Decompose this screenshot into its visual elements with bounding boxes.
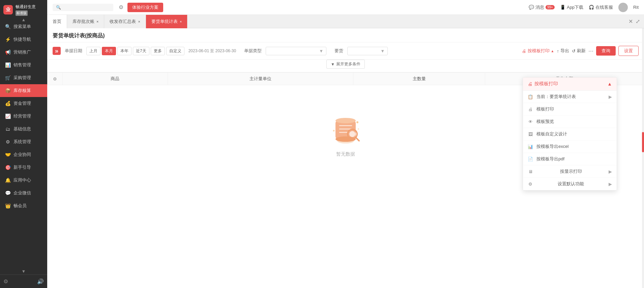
settings-btn[interactable]: 设置 (618, 46, 639, 56)
date-btn-last-month[interactable]: 上月 (86, 47, 100, 55)
content-area: 要货单统计表(按商品) » 单据日期 上月 本月 本年 近7天 更多 自定义 2… (47, 28, 644, 288)
svg-point-11 (333, 130, 335, 132)
template-print-icon: 🖨 (528, 107, 533, 112)
date-btn-current-year[interactable]: 本年 (117, 47, 131, 55)
search-input[interactable] (62, 5, 103, 10)
scrollbar-track (642, 28, 644, 288)
empty-icon (329, 112, 362, 146)
close-batch-accounts-tab[interactable]: × (96, 20, 98, 24)
sales-icon: 📊 (5, 62, 11, 68)
message-icon: 💬 (529, 5, 534, 10)
refresh-btn[interactable]: ↺ 刷新 (572, 48, 586, 54)
table-settings-icon[interactable]: ⚙ (52, 75, 58, 82)
close-receipt-summary-tab[interactable]: × (138, 20, 140, 24)
inventory-icon: 📦 (5, 88, 11, 94)
sidebar-item-coop[interactable]: 🤝 企业协同 (0, 148, 47, 161)
tabs-right-actions: ✕ ⤢ (628, 18, 644, 25)
export-excel-icon: 📊 (528, 144, 533, 149)
current-arrow-icon: ▶ (609, 94, 612, 99)
app-download-btn[interactable]: 📱 App下载 (560, 4, 583, 10)
tab-order-stats[interactable]: 要货单统计表 × (146, 15, 187, 28)
user-avatar[interactable] (618, 3, 628, 12)
print-arrow-icon: ▲ (551, 49, 554, 53)
app-name: 畅通好生意 标准版 (16, 4, 36, 16)
col-qty: 主数量 (353, 73, 485, 85)
refresh-icon: ↺ (572, 49, 576, 54)
messages-badge: 99+ (546, 5, 555, 9)
sidebar-item-basic[interactable]: 🗂 基础信息 (0, 123, 47, 135)
export-btn[interactable]: ↑ 导出 (557, 48, 569, 54)
filter-expand-button[interactable]: » (53, 47, 61, 55)
display-print-icon: 🖥 (528, 169, 533, 174)
date-btn-7days[interactable]: 近7天 (133, 47, 149, 55)
purchase-icon: 🛒 (5, 75, 11, 81)
scroll-up-indicator[interactable]: ▲ (0, 16, 47, 23)
dropdown-close-icon[interactable]: ▲ (607, 81, 612, 87)
basic-icon: 🗂 (5, 126, 11, 132)
sidebar-item-operation[interactable]: 📈 经营管理 (0, 110, 47, 123)
close-order-stats-tab[interactable]: × (180, 20, 182, 24)
tab-batch-accounts[interactable]: 库存批次账 × (67, 15, 104, 28)
display-print-arrow: ▶ (609, 169, 612, 174)
dropdown-item-export-pdf[interactable]: 📄 按模板导出pdf (523, 153, 617, 165)
sidebar-item-inventory[interactable]: 📦 库存核算 (0, 84, 47, 97)
goods-filter-select[interactable]: ▼ (347, 47, 388, 55)
more-options-btn[interactable]: ··· (588, 47, 593, 55)
dropdown-item-template-print[interactable]: 🖨 模板打印 (523, 103, 617, 116)
export-pdf-icon: 📄 (528, 157, 533, 162)
sidebar-item-finance[interactable]: 💰 资金管理 (0, 97, 47, 110)
page-title: 要货单统计表(按商品) (53, 33, 105, 38)
date-range-display: 2023-06-01 至 2023-06-30 (188, 48, 236, 54)
guide-icon: 🎯 (5, 164, 11, 170)
sidebar: 业 畅通好生意 标准版 ▲ 🔍 搜索菜单 ⚡ 快捷导航 📢 营销推广 📊 销售管… (0, 0, 47, 288)
sidebar-item-quick-nav[interactable]: ⚡ 快捷导航 (0, 33, 47, 46)
print-template-btn[interactable]: 🖨 按模板打印 ▲ (522, 48, 554, 54)
sidebar-settings-icon[interactable]: ⚙ (3, 278, 8, 285)
close-tab-btn[interactable]: ✕ (628, 18, 633, 25)
dropdown-item-display-print[interactable]: 🖥 按显示打印 ▶ (523, 165, 617, 178)
sidebar-audio-icon[interactable]: 🔊 (37, 278, 44, 285)
date-btn-custom[interactable]: 自定义 (166, 47, 184, 55)
tab-receipt-summary[interactable]: 收发存汇总表 × (104, 15, 146, 28)
dropdown-item-current[interactable]: 📋 当前：要货单统计表 ▶ (523, 91, 617, 103)
svg-line-9 (356, 137, 359, 141)
dropdown-item-export-excel[interactable]: 📊 按模板导出excel (523, 140, 617, 153)
topbar-right: 💬 消息 99+ 📱 App下载 🎧 在线客服 Rit (529, 3, 639, 12)
svg-point-8 (349, 131, 355, 137)
expand-more-icon: ▼ (331, 62, 335, 67)
online-service-btn[interactable]: 🎧 在线客服 (589, 4, 613, 10)
scrollbar-thumb[interactable] (642, 132, 644, 152)
sidebar-item-purchase[interactable]: 🛒 采购管理 (0, 71, 47, 84)
default-func-arrow: ▶ (609, 182, 612, 187)
scroll-down-indicator[interactable]: ▼ (0, 268, 47, 275)
sidebar-item-wechat[interactable]: 💬 企业微信 (0, 187, 47, 199)
expand-more-btn[interactable]: ▼ 展开更多条件 (326, 60, 365, 69)
messages-btn[interactable]: 💬 消息 99+ (529, 4, 555, 10)
dropdown-item-template-preview[interactable]: 👁 模板预览 (523, 116, 617, 128)
tabs-bar: 首页 库存批次账 × 收发存汇总表 × 要货单统计表 × ✕ ⤢ (47, 15, 644, 28)
dropdown-item-template-custom[interactable]: 🖼 模板自定义设计 (523, 128, 617, 140)
coop-icon: 🤝 (5, 152, 11, 158)
date-filter-label: 单据日期 (65, 48, 82, 54)
expand-tab-btn[interactable]: ⤢ (636, 18, 640, 25)
tab-home[interactable]: 首页 (47, 15, 67, 28)
dropdown-item-default-func[interactable]: ⚙ 设置默认功能 ▶ (523, 178, 617, 190)
quick-nav-icon: ⚡ (5, 36, 11, 42)
sidebar-item-appstore[interactable]: 🔔 应用中心 (0, 174, 47, 187)
date-btn-more[interactable]: 更多 (151, 47, 165, 55)
svg-point-12 (358, 128, 359, 130)
date-btn-current-month[interactable]: 本月 (102, 47, 116, 55)
sidebar-item-sales[interactable]: 📊 销售管理 (0, 59, 47, 71)
type-filter-select[interactable]: ▼ (266, 47, 326, 55)
sidebar-nav: 🔍 搜索菜单 ⚡ 快捷导航 📢 营销推广 📊 销售管理 🛒 采购管理 📦 库存核… (0, 20, 47, 275)
settings-gear-icon[interactable]: ⚙ (119, 4, 123, 10)
sidebar-item-member[interactable]: 👑 畅会员 (0, 199, 47, 212)
sidebar-item-marketing[interactable]: 📢 营销推广 (0, 46, 47, 59)
experience-btn[interactable]: 体验行业方案 (127, 3, 163, 12)
dropdown-title: 按模板打印 (534, 81, 558, 87)
query-btn[interactable]: 查询 (596, 46, 616, 56)
search-icon: 🔍 (5, 24, 11, 30)
sidebar-item-system[interactable]: ⚙ 系统管理 (0, 135, 47, 148)
topbar-search-box[interactable]: 🔍 (53, 4, 113, 11)
sidebar-item-guide[interactable]: 🎯 新手引导 (0, 161, 47, 174)
